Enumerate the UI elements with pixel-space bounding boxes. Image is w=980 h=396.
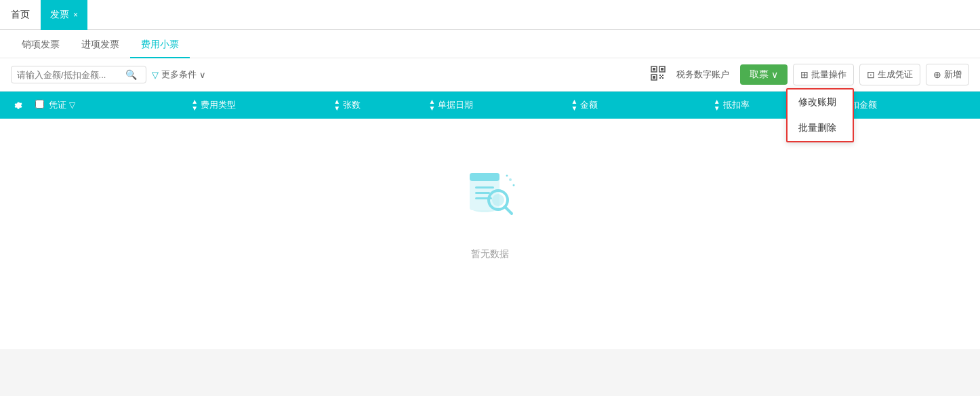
add-label: 新增 <box>944 68 962 81</box>
invoice-tab[interactable]: 发票 × <box>41 0 87 30</box>
toolbar-right: 税务数字账户 取票 ∨ ⊞ 批量操作 修改账期 批量删除 ⊡ <box>651 64 969 85</box>
th-voucher: 凭证 ▽ <box>49 99 191 111</box>
svg-rect-9 <box>662 77 663 79</box>
th-count: ▲▼ 张数 <box>333 98 428 112</box>
sub-tabs-bar: 销项发票 进项发票 费用小票 <box>0 30 980 58</box>
svg-point-22 <box>506 175 508 177</box>
svg-rect-15 <box>475 192 490 194</box>
rate-sort-icon[interactable]: ▲▼ <box>714 98 720 112</box>
batch-ops-dropdown-menu: 修改账期 批量删除 <box>786 88 854 142</box>
th-amount: ▲▼ 金额 <box>571 98 714 112</box>
svg-rect-7 <box>662 75 663 76</box>
batch-ops-label: 批量操作 <box>811 68 846 81</box>
take-invoice-button[interactable]: 取票 ∨ <box>740 64 788 85</box>
count-sort-icon[interactable]: ▲▼ <box>333 98 340 112</box>
date-sort-icon[interactable]: ▲▼ <box>428 98 435 112</box>
add-button[interactable]: ⊕ 新增 <box>926 64 969 85</box>
th-date: ▲▼ 单据日期 <box>428 98 571 112</box>
empty-state: 暂无数据 <box>0 119 980 301</box>
empty-text: 暂无数据 <box>471 248 509 260</box>
search-input[interactable] <box>17 70 125 80</box>
svg-rect-13 <box>470 173 499 181</box>
svg-rect-10 <box>661 76 662 77</box>
modify-period-item[interactable]: 修改账期 <box>788 90 853 115</box>
toolbar: 🔍 ▽ 更多条件 ∨ 税务数字账户 <box>0 58 980 92</box>
th-settings[interactable] <box>5 99 30 112</box>
select-all-checkbox[interactable] <box>35 100 44 108</box>
tab-purchase-invoice[interactable]: 进项发票 <box>70 30 130 58</box>
take-invoice-label: 取票 <box>750 68 769 81</box>
search-wrapper: 🔍 <box>11 66 146 83</box>
th-expense-type: ▲▼ 费用类型 <box>191 98 333 112</box>
invoice-tab-close[interactable]: × <box>73 11 78 19</box>
voucher-filter-icon[interactable]: ▽ <box>69 100 75 110</box>
generate-voucher-icon: ⊡ <box>867 69 875 80</box>
svg-line-19 <box>505 207 512 214</box>
svg-rect-1 <box>653 68 655 71</box>
batch-ops-button[interactable]: ⊞ 批量操作 <box>793 64 854 85</box>
svg-point-21 <box>513 184 515 186</box>
tab-expense-receipt[interactable]: 费用小票 <box>130 30 190 58</box>
svg-rect-3 <box>661 68 663 71</box>
tab-sales-invoice[interactable]: 销项发票 <box>11 30 70 58</box>
filter-icon: ▽ <box>152 70 159 80</box>
qr-icon[interactable] <box>651 66 666 84</box>
svg-point-18 <box>492 194 504 206</box>
empty-illustration <box>456 159 524 240</box>
amount-sort-icon[interactable]: ▲▼ <box>571 98 578 112</box>
svg-point-20 <box>509 178 512 181</box>
take-invoice-chevron: ∨ <box>771 69 778 80</box>
svg-rect-6 <box>659 75 661 76</box>
generate-voucher-label: 生成凭证 <box>878 68 913 81</box>
generate-voucher-button[interactable]: ⊡ 生成凭证 <box>859 64 920 85</box>
top-nav: 首页 发票 × <box>0 0 980 30</box>
expense-sort-icon[interactable]: ▲▼ <box>191 98 198 112</box>
th-checkbox[interactable] <box>30 100 49 111</box>
batch-ops-wrapper: ⊞ 批量操作 修改账期 批量删除 <box>793 64 854 85</box>
invoice-tab-label: 发票 <box>50 9 69 21</box>
svg-rect-14 <box>475 186 494 189</box>
home-link[interactable]: 首页 <box>11 9 41 21</box>
toolbar-left: 🔍 ▽ 更多条件 ∨ <box>11 66 645 83</box>
svg-rect-8 <box>659 77 661 79</box>
more-conditions-label: 更多条件 <box>161 68 197 81</box>
tax-digital-account-btn[interactable]: 税务数字账户 <box>671 66 735 83</box>
search-icon[interactable]: 🔍 <box>125 69 137 80</box>
batch-ops-icon: ⊞ <box>800 69 809 80</box>
batch-delete-item[interactable]: 批量删除 <box>788 115 853 141</box>
more-conditions-btn[interactable]: ▽ 更多条件 ∨ <box>152 68 206 81</box>
chevron-down-icon: ∨ <box>199 70 206 80</box>
svg-rect-5 <box>653 76 655 79</box>
add-icon: ⊕ <box>933 69 941 80</box>
